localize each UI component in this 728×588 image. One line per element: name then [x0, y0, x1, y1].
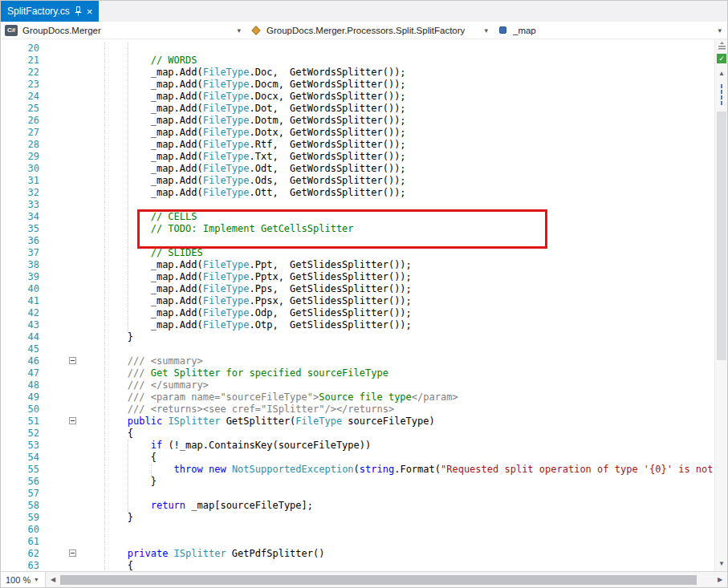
- code-token: if: [151, 440, 162, 451]
- code-line-43[interactable]: _map.Add(FileType.Otp, GetSlidesSplitter…: [81, 319, 714, 331]
- code-line-25[interactable]: _map.Add(FileType.Dot, GetWordsSplitter(…: [81, 103, 714, 115]
- line-number: 31: [17, 175, 39, 187]
- chevron-down-icon[interactable]: ▾: [237, 26, 246, 34]
- code-token: NotSupportedException: [232, 464, 354, 475]
- code-line-26[interactable]: _map.Add(FileType.Dotm, GetWordsSplitter…: [81, 115, 714, 127]
- code-line-62[interactable]: private ISplitter GetPdfSplitter(): [81, 548, 714, 560]
- code-line-20[interactable]: [81, 43, 714, 55]
- code-line-50[interactable]: /// <returns><see cref="ISplitter"/></re…: [81, 403, 714, 416]
- code-token: [81, 464, 174, 475]
- line-number-gutter: 2021222324252627282930313233343536373839…: [17, 39, 39, 571]
- horizontal-scroll-thumb[interactable]: [60, 575, 697, 585]
- type-dropdown-label: GroupDocs.Merger.Processors.Split.SplitF…: [266, 26, 465, 35]
- pin-icon[interactable]: [75, 6, 82, 16]
- code-token: FileType: [203, 259, 250, 270]
- code-line-47[interactable]: /// Get Splitter for specified sourceFil…: [81, 367, 714, 379]
- code-token: _map.Add(: [81, 91, 203, 102]
- type-dropdown[interactable]: GroupDocs.Merger.Processors.Split.SplitF…: [246, 22, 494, 39]
- code-line-42[interactable]: _map.Add(FileType.Odp, GetSlidesSplitter…: [81, 307, 714, 319]
- split-editor-handle-icon[interactable]: [716, 40, 727, 52]
- code-line-55[interactable]: throw new NotSupportedException(string.F…: [81, 464, 714, 476]
- code-line-56[interactable]: }: [81, 476, 714, 488]
- vertical-scrollbar[interactable]: ✓ ▲ ▼: [714, 39, 727, 571]
- scroll-up-button[interactable]: ▲: [715, 68, 727, 79]
- chevron-down-icon[interactable]: ▾: [718, 26, 727, 34]
- code-line-60[interactable]: [81, 524, 714, 536]
- code-line-53[interactable]: if (!_map.ContainsKey(sourceFileType)): [81, 440, 714, 452]
- scroll-left-button[interactable]: ◀: [47, 572, 59, 587]
- code-line-24[interactable]: _map.Add(FileType.Docx, GetWordsSplitter…: [81, 91, 714, 103]
- code-token: FileType: [203, 115, 250, 126]
- zoom-level: 100 %: [6, 575, 31, 585]
- code-line-28[interactable]: _map.Add(FileType.Rtf, GetWordsSplitter(…: [81, 139, 714, 151]
- code-line-22[interactable]: _map.Add(FileType.Doc, GetWordsSplitter(…: [81, 67, 714, 79]
- code-line-61[interactable]: [81, 536, 714, 548]
- code-token: FileType: [203, 151, 250, 162]
- document-health-indicator[interactable]: ✓: [717, 54, 726, 63]
- code-line-27[interactable]: _map.Add(FileType.Dotx, GetWordsSplitter…: [81, 127, 714, 139]
- code-line-46[interactable]: /// <summary>: [81, 355, 714, 367]
- code-line-52[interactable]: {: [81, 428, 714, 440]
- code-line-36[interactable]: [81, 235, 714, 247]
- code-token: FileType: [203, 67, 250, 78]
- code-line-23[interactable]: _map.Add(FileType.Docm, GetWordsSplitter…: [81, 79, 714, 91]
- code-line-44[interactable]: }: [81, 331, 714, 343]
- code-token: _map.Add(: [81, 307, 203, 318]
- code-token: .Format(: [394, 464, 441, 475]
- code-line-38[interactable]: _map.Add(FileType.Ppt, GetSlidesSplitter…: [81, 259, 714, 271]
- code-area[interactable]: // WORDS _map.Add(FileType.Doc, GetWords…: [81, 39, 714, 571]
- horizontal-scrollbar[interactable]: ◀ ▶: [46, 572, 727, 587]
- code-line-32[interactable]: _map.Add(FileType.Ott, GetWordsSplitter(…: [81, 187, 714, 199]
- code-line-49[interactable]: /// <param name="sourceFileType">Source …: [81, 391, 714, 403]
- code-token: .Pptx, GetSlidesSplitter());: [250, 271, 412, 282]
- code-line-54[interactable]: {: [81, 452, 714, 464]
- tab-splitfactory[interactable]: SplitFactory.cs ×: [1, 1, 99, 22]
- line-number: 59: [17, 512, 39, 524]
- code-line-21[interactable]: // WORDS: [81, 55, 714, 67]
- line-number: 30: [17, 163, 39, 175]
- code-line-59[interactable]: }: [81, 512, 714, 524]
- chevron-down-icon[interactable]: ▾: [484, 26, 494, 34]
- code-line-31[interactable]: _map.Add(FileType.Ods, GetWordsSplitter(…: [81, 175, 714, 187]
- code-line-29[interactable]: _map.Add(FileType.Txt, GetWordsSplitter(…: [81, 151, 714, 163]
- line-number: 32: [17, 187, 39, 199]
- fold-marker[interactable]: [69, 357, 76, 364]
- code-line-58[interactable]: return _map[sourceFileType];: [81, 500, 714, 512]
- code-token: FileType: [203, 319, 250, 330]
- scroll-down-button[interactable]: ▼: [715, 558, 727, 570]
- code-token: </param>: [412, 391, 458, 403]
- code-line-33[interactable]: [81, 199, 714, 211]
- code-line-45[interactable]: [81, 343, 714, 355]
- code-token: .Dotx, GetWordsSplitter());: [250, 127, 406, 138]
- code-token: }: [81, 476, 157, 487]
- line-number: 55: [17, 464, 39, 476]
- code-token: FileType: [203, 175, 250, 186]
- editor[interactable]: 2021222324252627282930313233343536373839…: [1, 39, 727, 571]
- fold-marker[interactable]: [69, 549, 76, 557]
- line-number: 46: [17, 355, 39, 367]
- project-dropdown[interactable]: C# GroupDocs.Merger ▾: [1, 22, 246, 39]
- code-line-34[interactable]: // CELLS: [81, 211, 714, 223]
- zoom-control[interactable]: 100 % ▾: [1, 572, 46, 587]
- code-line-63[interactable]: {: [81, 560, 714, 571]
- code-token: /// <param name="sourceFileType">: [81, 391, 319, 403]
- fold-marker[interactable]: [69, 417, 76, 424]
- member-dropdown[interactable]: _map ▾: [494, 22, 727, 39]
- scroll-right-button[interactable]: ▶: [714, 572, 726, 587]
- vertical-scroll-thumb[interactable]: [717, 112, 726, 360]
- code-token: _map.Add(: [81, 187, 203, 198]
- code-line-37[interactable]: // SLIDES: [81, 247, 714, 259]
- code-line-51[interactable]: public ISplitter GetSplitter(FileType so…: [81, 416, 714, 428]
- code-line-41[interactable]: _map.Add(FileType.Ppsx, GetSlidesSplitte…: [81, 295, 714, 307]
- code-line-40[interactable]: _map.Add(FileType.Pps, GetSlidesSplitter…: [81, 283, 714, 295]
- code-token: .Pps, GetSlidesSplitter());: [250, 283, 412, 294]
- breakpoint-margin[interactable]: [1, 39, 17, 571]
- code-line-39[interactable]: _map.Add(FileType.Pptx, GetSlidesSplitte…: [81, 271, 714, 283]
- code-token: FileType: [203, 103, 250, 114]
- code-line-30[interactable]: _map.Add(FileType.Odt, GetWordsSplitter(…: [81, 163, 714, 175]
- close-icon[interactable]: ×: [87, 6, 93, 17]
- code-line-57[interactable]: [81, 488, 714, 500]
- code-line-48[interactable]: /// </summary>: [81, 379, 714, 391]
- line-number: 43: [17, 319, 39, 331]
- code-line-35[interactable]: // TODO: Implement GetCellsSplitter: [81, 223, 714, 235]
